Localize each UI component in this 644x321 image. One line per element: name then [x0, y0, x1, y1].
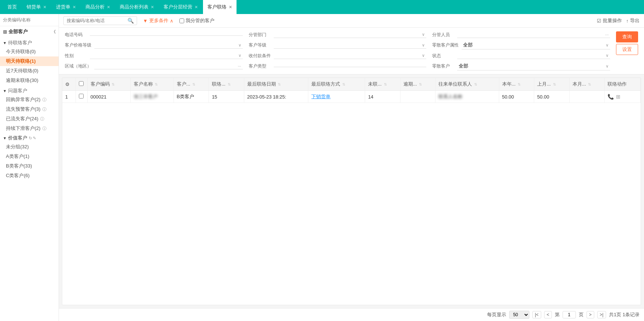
nav-sales-order[interactable]: 销货单 ✕	[22, 0, 51, 14]
payment-terms-select[interactable]: ∨	[274, 52, 427, 59]
customer-type-select[interactable]	[274, 65, 427, 67]
export-button[interactable]: ↑ 导出	[626, 17, 640, 24]
sidebar-item-tomorrow-pending[interactable]: 明天待联络(1)	[0, 56, 59, 66]
filter-panel: 电话号码 分管部门 ∨	[59, 28, 644, 75]
page-size-select[interactable]: 50 100 200	[509, 311, 529, 319]
th-customer-code: 客户编码 ⇅	[87, 78, 130, 91]
first-page-button[interactable]: |<	[532, 311, 541, 318]
sidebar-search-input[interactable]	[3, 17, 58, 23]
status-select[interactable]: ∨	[457, 52, 610, 59]
price-level-select[interactable]: ∨	[94, 42, 243, 49]
my-customers-checkbox[interactable]	[179, 18, 184, 23]
filter-region: 区域（地区） ···	[65, 63, 243, 69]
search-icon[interactable]: 🔍	[127, 18, 134, 24]
group-problem-customers[interactable]: ▼ 问题客户	[0, 85, 59, 95]
sidebar-item-declining[interactable]: 持续下滑客户(2) ⓘ	[0, 124, 59, 133]
close-customer-contact-icon[interactable]: ✕	[229, 5, 232, 10]
phone-input[interactable]	[90, 34, 243, 36]
triangle-icon-3: ▼	[3, 136, 7, 140]
filter-branch-person: 分管人员 ···	[432, 32, 610, 38]
nav-product-analysis-list[interactable]: 商品分析列表 ✕	[115, 0, 158, 14]
phone-action-icon[interactable]: 📞	[608, 94, 614, 100]
row-checkbox[interactable]	[79, 94, 84, 99]
close-purchase-order-icon[interactable]: ✕	[73, 5, 76, 10]
next-page-button[interactable]: >	[587, 311, 594, 318]
branch-dept-label: 分管部门	[249, 32, 271, 38]
more-filters-button[interactable]: ▼ 更多条件 ∧	[140, 16, 176, 25]
sidebar-item-7days-pending[interactable]: 近7天待联络(0)	[0, 66, 59, 76]
retail-attr-label: 零散客户属性	[432, 42, 459, 48]
all-customers-header[interactable]: ⊞ 全部客户 《	[0, 26, 59, 37]
sidebar-item-class-c[interactable]: C类客户(6)	[0, 171, 59, 180]
th-customer-name: 客户名称 ⇅	[130, 78, 174, 91]
branch-dept-select[interactable]: ∨	[274, 31, 427, 38]
sidebar-item-repurchase-abnormal[interactable]: 回购异常客户(2) ⓘ	[0, 95, 59, 104]
th-contact-count: 联络... ⇅	[209, 78, 244, 91]
th-contact-person: 往来单位联系人 ⇅	[435, 78, 499, 91]
sidebar-item-class-b[interactable]: B类客户(33)	[0, 161, 59, 171]
my-customers-checkbox-label[interactable]: 我分管的客户	[179, 17, 214, 24]
filter-retail-attr: 零散客户属性 全部 ∨	[432, 41, 610, 49]
close-product-analysis-list-icon[interactable]: ✕	[151, 5, 154, 10]
nav-customer-contact[interactable]: 客户联络 ✕	[203, 0, 237, 14]
select-all-checkbox[interactable]	[79, 81, 84, 86]
last-page-button[interactable]: >|	[597, 311, 606, 318]
sidebar-item-class-a[interactable]: A类客户(1)	[0, 152, 59, 161]
th-checkbox[interactable]	[76, 78, 87, 91]
filter-price-level: 客户价格等级 ∨	[65, 42, 243, 49]
dots-icon: ···	[605, 32, 609, 37]
td-checkbox[interactable]	[76, 91, 87, 103]
sidebar-search-bar[interactable]: 🔍	[0, 14, 59, 26]
sort-icon-year: ⇅	[518, 82, 521, 86]
sort-icon-date: ⇅	[278, 82, 281, 86]
region-label: 区域（地区）	[65, 63, 91, 69]
batch-operation-button[interactable]: ☑ 批量操作	[597, 17, 622, 24]
set-button[interactable]: 设置	[616, 44, 638, 55]
prev-page-button[interactable]: <	[544, 311, 552, 318]
branch-person-select[interactable]: ···	[457, 32, 610, 38]
filter-payment-terms: 收付款条件 ∨	[249, 52, 427, 59]
nav-home[interactable]: 首页	[3, 0, 21, 14]
search-box[interactable]: 🔍	[63, 16, 137, 25]
phone-label: 电话号码	[65, 32, 87, 38]
sidebar-item-churn-warning[interactable]: 流失预警客户(3) ⓘ	[0, 104, 59, 114]
page-number-input[interactable]	[563, 311, 576, 318]
th-customer-code-label: 客户编码	[91, 81, 110, 87]
group-pending-contact[interactable]: ▼ 待联络客户	[0, 37, 59, 47]
region-select[interactable]: ···	[94, 63, 243, 69]
sidebar-item-ungrouped[interactable]: 未分组(32)	[0, 142, 59, 152]
close-sales-order-icon[interactable]: ✕	[43, 5, 46, 10]
region-dots-icon: ···	[238, 64, 241, 68]
query-button[interactable]: 查询	[616, 31, 638, 42]
nav-purchase-order[interactable]: 进货单 ✕	[52, 0, 80, 14]
triangle-icon: ▼	[3, 41, 7, 45]
retail-attr-select[interactable]: 全部 ∨	[462, 41, 610, 49]
nav-customer-segment[interactable]: 客户分层经营 ✕	[159, 0, 202, 14]
close-product-analysis-icon[interactable]: ✕	[107, 5, 110, 10]
close-customer-segment-icon[interactable]: ✕	[195, 5, 198, 10]
top-navigation: 首页 销货单 ✕ 进货单 ✕ 商品分析 ✕ 商品分析列表 ✕ 客户分层经营 ✕ …	[0, 0, 644, 14]
last-method-link[interactable]: 下销货单	[311, 94, 330, 99]
chevron-up-icon: ∧	[170, 18, 174, 24]
td-uncontact: 14	[365, 91, 400, 103]
grid-action-icon[interactable]: ⊞	[616, 94, 620, 100]
search-input[interactable]	[67, 18, 127, 23]
sort-icon-name: ⇅	[155, 82, 158, 86]
gender-select[interactable]: ∨	[90, 52, 243, 59]
content-area: 🔍 ▼ 更多条件 ∧ 我分管的客户 ☑ 批量操作 ↑ 导出	[59, 14, 644, 321]
sidebar-item-churned[interactable]: 已流失客户(24) ⓘ	[0, 114, 59, 124]
main-layout: 🔍 ⊞ 全部客户 《 ▼ 待联络客户 今天待联络(0) 明天待联络(1) 近7天…	[0, 14, 644, 321]
sort-icon-code: ⇅	[112, 82, 115, 86]
sidebar-item-overdue-pending[interactable]: 逾期未联络(30)	[0, 76, 59, 85]
retail-customer-select[interactable]: 全部 ∨	[457, 62, 610, 70]
sort-icon-uncontact: ⇅	[384, 82, 387, 86]
sidebar-item-today-pending[interactable]: 今天待联络(0)	[0, 47, 59, 56]
group-value-customers[interactable]: ▼ 价值客户 ↻ ✎	[0, 133, 59, 142]
filter-phone: 电话号码	[65, 32, 243, 38]
th-settings[interactable]: ⚙	[62, 78, 76, 91]
sort-icon-thismonth: ⇅	[588, 82, 591, 86]
customer-level-select[interactable]: ∨	[274, 42, 427, 49]
nav-product-analysis[interactable]: 商品分析 ✕	[81, 0, 115, 14]
td-last-method: 下销货单	[308, 91, 365, 103]
td-name: 张三丰客户	[130, 91, 174, 103]
